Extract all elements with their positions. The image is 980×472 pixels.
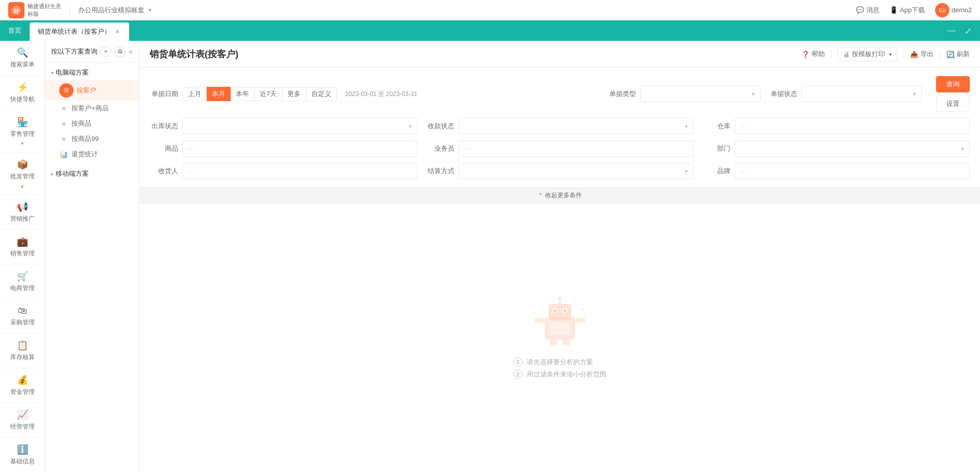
sidebar: 🔍 搜索菜单 ⚡ 快捷导航 🏪 零售管理 ▾ 📦 批发管理 ▴ 📢 营销推广 <box>0 41 45 472</box>
svg-rect-12 <box>550 339 557 346</box>
sidebar-item-purchase[interactable]: 🛍 采购管理 <box>0 299 44 334</box>
scheme-group-desktop: ▾ 电脑端方案 按 按客户 ≡ 按客户+商品 ≡ 按商品 ≡ 按商品99 <box>45 63 139 164</box>
tab-actions: — ⤢ <box>945 25 980 37</box>
stock-status-input[interactable]: ▾ <box>182 118 418 134</box>
filter-date: 单据日期 上月 本月 本年 近7天 更多 自定义 2023-03-01 至 20… <box>150 87 599 101</box>
scheme-group-desktop-header[interactable]: ▾ 电脑端方案 <box>45 65 139 80</box>
sidebar-item-retail[interactable]: 🏪 零售管理 ▾ <box>0 110 44 153</box>
order-type-input[interactable]: ▾ <box>640 86 761 102</box>
logo-icon: 好 <box>8 2 24 18</box>
top-bar-right: 💬 消息 📱 App下载 Ea demo2 <box>856 3 972 17</box>
settlement-input[interactable]: ▾ <box>458 163 694 179</box>
svg-rect-11 <box>575 318 585 323</box>
print-button[interactable]: 🖨 按模板打印 ▾ <box>838 47 897 61</box>
sidebar-item-finance[interactable]: 💰 资金管理 <box>0 368 44 403</box>
scheme-item-icon: ≡ <box>59 135 68 143</box>
main-layout: 🔍 搜索菜单 ⚡ 快捷导航 🏪 零售管理 ▾ 📦 批发管理 ▴ 📢 营销推广 <box>0 41 980 472</box>
scheme-group-mobile-arrow: ▸ <box>51 171 54 177</box>
divider-1 <box>831 50 831 58</box>
search-buttons: 查询 设置 <box>936 76 970 112</box>
date-tab-more[interactable]: 更多 <box>282 87 306 101</box>
date-tabs: 上月 本月 本年 近7天 更多 自定义 <box>182 87 337 101</box>
filter-order-type: 单据类型 ▾ <box>607 86 761 102</box>
left-panel: 按以下方案查询 + ⚙ « ▾ 电脑端方案 按 按客户 ≡ 按客户 <box>45 41 139 472</box>
salesperson-input[interactable]: ··· <box>458 140 694 157</box>
top-bar-title: 办公用品行业模拟账套 <box>78 6 144 15</box>
scheme-item-by-customer[interactable]: 按 按客户 <box>45 80 139 101</box>
date-tab-this-year[interactable]: 本年 <box>231 87 255 101</box>
scheme-item-icon: ≡ <box>59 120 68 128</box>
svg-point-7 <box>564 310 566 312</box>
search-button[interactable]: 查询 <box>936 76 970 92</box>
date-tab-this-month[interactable]: 本月 <box>207 87 231 101</box>
salesperson-dots: ··· <box>464 146 472 152</box>
left-panel-title: 按以下方案查询 <box>51 47 97 56</box>
scheme-item-return-stats[interactable]: 📊 退货统计 <box>45 147 139 162</box>
scheme-item-by-product[interactable]: ≡ 按商品 <box>45 116 139 131</box>
svg-rect-14 <box>550 322 570 335</box>
svg-text:好: 好 <box>13 8 19 14</box>
empty-state: ✦ ✦ 1 请先选择要分析的方案 2 用过滤条件来缩小分析范围 <box>139 203 980 472</box>
warehouse-dots: ··· <box>740 123 748 129</box>
sidebar-item-sales-mgmt[interactable]: 💼 销售管理 <box>0 230 44 265</box>
scheme-settings-button[interactable]: ⚙ <box>114 46 126 57</box>
export-button[interactable]: 📤 导出 <box>910 50 934 59</box>
message-button[interactable]: 💬 消息 <box>856 6 879 15</box>
help-icon: ❓ <box>801 51 810 58</box>
sidebar-item-wholesale[interactable]: 📦 批发管理 ▴ <box>0 153 44 195</box>
department-input[interactable]: ▾ <box>734 140 970 157</box>
tab-sales-report[interactable]: 销货单统计表（按客户） ✕ <box>30 22 129 41</box>
department-dropdown-icon: ▾ <box>961 146 964 152</box>
settings-button[interactable]: 设置 <box>936 96 970 112</box>
operations-icon: 📈 <box>17 409 28 420</box>
recipient-input[interactable]: ··· <box>182 163 418 179</box>
message-icon: 💬 <box>856 6 864 14</box>
sidebar-item-search[interactable]: 🔍 搜索菜单 <box>0 41 44 76</box>
date-filter: 上月 本月 本年 近7天 更多 自定义 2023-03-01 至 2023-03… <box>182 87 418 101</box>
svg-point-6 <box>553 310 556 312</box>
product-label: 商品 <box>150 144 178 153</box>
order-status-input[interactable]: ▾ <box>801 86 922 102</box>
date-tab-custom[interactable]: 自定义 <box>306 87 337 101</box>
step-1-num: 1 <box>513 358 523 367</box>
brand-dots: ··· <box>740 168 748 174</box>
filter-product: 商品 ··· <box>150 140 418 157</box>
filter-brand: 品牌 ··· <box>702 163 970 179</box>
sidebar-item-inventory[interactable]: 📋 库存核算 <box>0 334 44 368</box>
payment-status-input[interactable]: ▾ <box>458 118 694 134</box>
brand-input[interactable]: ··· <box>734 163 970 179</box>
filter-row-1: 单据日期 上月 本月 本年 近7天 更多 自定义 2023-03-01 至 20… <box>150 76 970 112</box>
add-scheme-button[interactable]: + <box>100 46 111 57</box>
tab-home[interactable]: 首页 <box>0 20 30 41</box>
order-type-label: 单据类型 <box>607 89 636 99</box>
scheme-item-by-product-99[interactable]: ≡ 按商品99 <box>45 131 139 147</box>
scheme-item-icon: ≡ <box>59 105 68 112</box>
empty-step-2: 2 用过滤条件来缩小分析范围 <box>513 370 606 379</box>
tab-expand-button[interactable]: ⤢ <box>962 25 974 37</box>
scheme-group-mobile-header[interactable]: ▸ 移动端方案 <box>45 166 139 181</box>
wholesale-icon: 📦 <box>17 159 28 170</box>
warehouse-input[interactable]: ··· <box>734 118 970 134</box>
sidebar-item-operations[interactable]: 📈 经营管理 <box>0 403 44 438</box>
sidebar-item-quick-nav[interactable]: ⚡ 快捷导航 <box>0 76 44 110</box>
scheme-item-by-customer-product[interactable]: ≡ 按客户+商品 <box>45 101 139 116</box>
sidebar-item-marketing[interactable]: 📢 营销推广 <box>0 195 44 230</box>
date-tab-7days[interactable]: 近7天 <box>255 87 282 101</box>
top-bar-dropdown[interactable]: ▾ <box>149 7 152 13</box>
collapse-bar[interactable]: ⌃ 收起更多条件 <box>139 188 980 203</box>
tab-minimize-button[interactable]: — <box>945 25 958 37</box>
app-download-icon: 📱 <box>890 6 898 14</box>
sidebar-item-basic-info[interactable]: ℹ️ 基础信息 <box>0 438 44 472</box>
date-tab-last-month[interactable]: 上月 <box>182 87 207 101</box>
product-input[interactable]: ··· <box>182 140 418 157</box>
scheme-group-mobile: ▸ 移动端方案 <box>45 164 139 183</box>
app-download-button[interactable]: 📱 App下载 <box>890 6 925 15</box>
refresh-button[interactable]: 🔄 刷新 <box>946 50 970 59</box>
filter-row-3: 商品 ··· 业务员 ··· 部门 <box>150 140 970 157</box>
tab-close-icon[interactable]: ✕ <box>114 27 121 36</box>
sidebar-item-ecom[interactable]: 🛒 电商管理 <box>0 265 44 299</box>
help-button[interactable]: ❓ 帮助 <box>801 50 825 59</box>
user-menu[interactable]: Ea demo2 <box>935 3 972 17</box>
page-header-actions: ❓ 帮助 🖨 按模板打印 ▾ 📤 导出 <box>801 47 970 67</box>
collapse-panel-icon[interactable]: « <box>129 48 133 56</box>
